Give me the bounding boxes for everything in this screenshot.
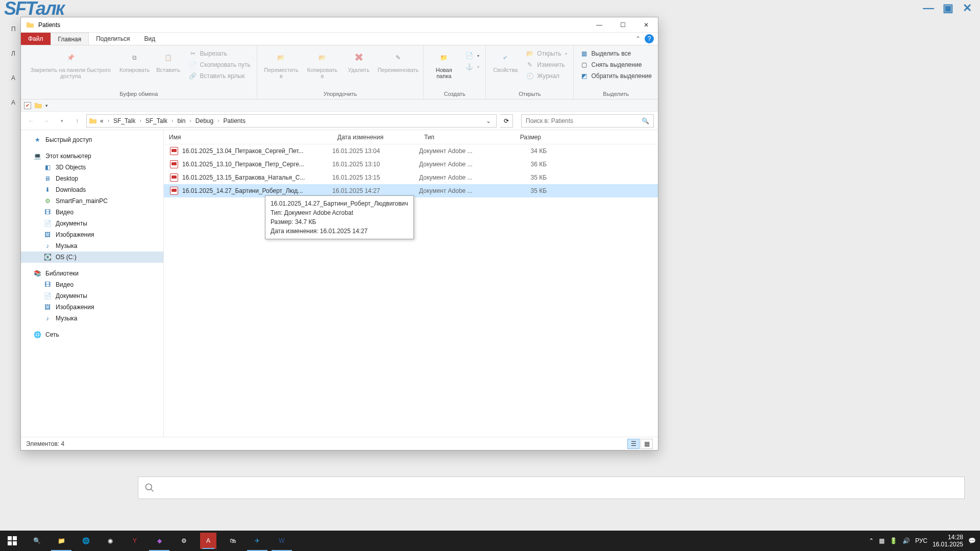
video-icon: 🎞	[43, 281, 52, 289]
nav-lib-documents[interactable]: 📄Документы	[21, 290, 163, 302]
nav-libraries[interactable]: 📚Библиотеки	[21, 268, 163, 279]
tray-volume-icon[interactable]: 🔊	[902, 537, 910, 544]
newfolder-button[interactable]: 📁Новая папка	[428, 47, 460, 81]
bg-maximize-icon[interactable]: ▣	[940, 2, 955, 14]
nav-videos[interactable]: 🎞Видео	[21, 207, 163, 218]
copy-path-button[interactable]: 📄Скопировать путь	[187, 60, 253, 70]
qat-dropdown-icon[interactable]: ▾	[45, 103, 48, 108]
taskbar-telegram[interactable]: ✈	[245, 531, 270, 551]
moveto-button[interactable]: 📂Переместить в	[261, 47, 301, 81]
qat-check-icon[interactable]: ✔	[24, 102, 31, 109]
copyto-button[interactable]: 📂Копировать в	[304, 47, 340, 81]
nav-recent-button[interactable]: ▾	[56, 115, 68, 127]
nav-pictures[interactable]: 🖼Изображения	[21, 229, 163, 240]
titlebar[interactable]: Patients — ☐ ✕	[21, 17, 658, 33]
view-details-button[interactable]: ☰	[627, 439, 640, 449]
tray-graphics-icon[interactable]: ▦	[879, 537, 885, 544]
background-search-bar[interactable]	[138, 477, 965, 499]
nav-network[interactable]: 🌐Сеть	[21, 329, 163, 340]
taskbar-yandex[interactable]: Y	[122, 531, 147, 551]
easyaccess-button[interactable]: ⚓▾	[463, 62, 481, 72]
taskbar-store[interactable]: 🛍	[220, 531, 245, 551]
view-large-button[interactable]: ▦	[641, 439, 653, 449]
nav-lib-music[interactable]: ♪Музыка	[21, 313, 163, 324]
nav-smartfan[interactable]: ⚙SmartFan_mainPC	[21, 195, 163, 207]
tray-notifications-icon[interactable]: 💬	[968, 537, 976, 544]
delete-button[interactable]: ✖Удалить	[344, 47, 374, 75]
col-name[interactable]: Имя	[164, 134, 332, 141]
refresh-button[interactable]: ⟳	[500, 114, 513, 128]
start-button[interactable]	[0, 531, 24, 551]
star-icon: ★	[33, 136, 41, 144]
nav-up-button[interactable]: ↑	[71, 115, 83, 127]
tab-file[interactable]: Файл	[21, 33, 51, 45]
taskbar[interactable]: 🔍 📁 🌐 ◉ Y ◆ ⚙ A 🛍 ✈ W ⌃ ▦ 🔋 🔊 РУС 14:28 …	[0, 531, 980, 551]
search-box[interactable]: 🔍	[521, 114, 654, 128]
taskbar-chrome[interactable]: ◉	[98, 531, 122, 551]
taskbar-edge[interactable]: 🌐	[74, 531, 98, 551]
taskbar-word[interactable]: W	[270, 531, 294, 551]
navigation-pane[interactable]: ★Быстрый доступ 💻Этот компьютер ◧3D Obje…	[21, 130, 164, 437]
bg-close-icon[interactable]: ✕	[960, 2, 975, 14]
breadcrumb[interactable]: «› SF_Talk› SF_Talk› bin› Debug› Patient…	[86, 114, 497, 128]
select-all-button[interactable]: ▦Выделить все	[578, 48, 654, 59]
nav-os-c[interactable]: 💽OS (C:)	[21, 252, 163, 263]
ribbon-collapse-icon[interactable]: ⌃	[635, 35, 641, 42]
breadcrumb-dropdown-icon[interactable]: ⌄	[483, 117, 494, 124]
nav-lib-pictures[interactable]: 🖼Изображения	[21, 302, 163, 313]
tray-clock[interactable]: 14:28 16.01.2025	[933, 534, 963, 548]
pin-quickaccess-button[interactable]: 📌 Закрепить на панели быстрого доступа	[25, 47, 116, 81]
nav-lib-videos[interactable]: 🎞Видео	[21, 279, 163, 290]
taskbar-visualstudio[interactable]: ◆	[147, 531, 172, 551]
nav-this-pc[interactable]: 💻Этот компьютер	[21, 151, 163, 162]
maximize-button[interactable]: ☐	[611, 17, 634, 33]
col-size[interactable]: Размер	[496, 134, 547, 141]
nav-quick-access[interactable]: ★Быстрый доступ	[21, 134, 163, 145]
nav-3dobjects[interactable]: ◧3D Objects	[21, 162, 163, 173]
tab-home[interactable]: Главная	[51, 33, 89, 45]
cut-button[interactable]: ✂Вырезать	[187, 48, 253, 59]
search-icon[interactable]: 🔍	[642, 117, 649, 124]
file-row[interactable]: 16.01.2025_13.10_Петраков_Петр_Серге...1…	[164, 158, 658, 171]
copy-button[interactable]: ⧉ Копировать	[119, 47, 150, 75]
qat-folder-icon[interactable]	[34, 102, 42, 110]
select-none-button[interactable]: ▢Снять выделение	[578, 60, 654, 70]
file-row[interactable]: 16.01.2025_13.04_Петраков_Сергей_Пет...1…	[164, 144, 658, 158]
col-type[interactable]: Тип	[419, 134, 496, 141]
nav-forward-button[interactable]: →	[40, 115, 53, 127]
minimize-button[interactable]: —	[587, 17, 611, 33]
search-input[interactable]	[526, 117, 642, 124]
history-button[interactable]: 🕘Журнал	[524, 71, 569, 81]
taskbar-search-button[interactable]: 🔍	[24, 531, 49, 551]
nav-back-button[interactable]: ←	[25, 115, 37, 127]
open-button[interactable]: 📂Открыть▾	[524, 48, 569, 59]
col-date[interactable]: Дата изменения	[332, 134, 419, 141]
help-icon[interactable]: ?	[645, 34, 654, 43]
paste-button[interactable]: 📋 Вставить	[153, 47, 184, 75]
taskbar-acrobat[interactable]: A	[200, 533, 216, 549]
tray-lang[interactable]: РУС	[915, 537, 927, 544]
nav-music[interactable]: ♪Музыка	[21, 240, 163, 252]
tray-battery-icon[interactable]: 🔋	[890, 537, 897, 544]
paste-shortcut-button[interactable]: 🔗Вставить ярлык	[187, 71, 253, 81]
file-row[interactable]: 16.01.2025_13.15_Батракова_Наталья_С...1…	[164, 171, 658, 184]
system-tray[interactable]: ⌃ ▦ 🔋 🔊 РУС 14:28 16.01.2025 💬	[869, 534, 980, 548]
tab-share[interactable]: Поделиться	[89, 33, 137, 45]
close-button[interactable]: ✕	[634, 17, 658, 33]
windows-icon	[8, 536, 17, 545]
newitem-button[interactable]: 📄▾	[463, 51, 481, 61]
column-headers[interactable]: Имя Дата изменения Тип Размер	[164, 130, 658, 144]
tray-chevron-icon[interactable]: ⌃	[869, 537, 874, 544]
nav-desktop[interactable]: 🖥Desktop	[21, 173, 163, 184]
rename-button[interactable]: ✎Переименовать	[377, 47, 419, 75]
bg-minimize-icon[interactable]: —	[921, 2, 936, 14]
taskbar-settings[interactable]: ⚙	[172, 531, 196, 551]
group-clipboard-label: Буфер обмена	[25, 90, 253, 99]
nav-documents[interactable]: 📄Документы	[21, 218, 163, 229]
properties-button[interactable]: ✔Свойства	[490, 47, 521, 75]
edit-button[interactable]: ✎Изменить	[524, 60, 569, 70]
tab-view[interactable]: Вид	[137, 33, 162, 45]
select-invert-button[interactable]: ◩Обратить выделение	[578, 71, 654, 81]
taskbar-explorer[interactable]: 📁	[49, 531, 74, 551]
nav-downloads[interactable]: ⬇Downloads	[21, 184, 163, 195]
